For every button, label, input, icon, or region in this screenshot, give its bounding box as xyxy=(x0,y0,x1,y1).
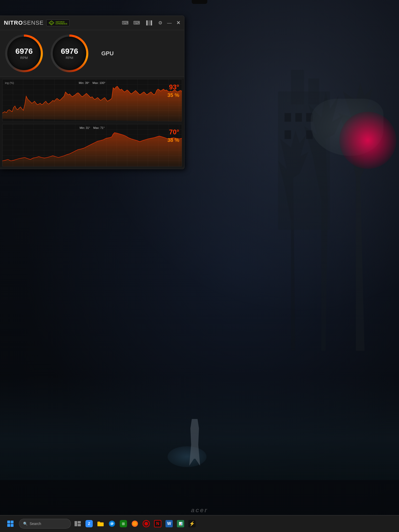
gamepad-icon[interactable]: ⌨ xyxy=(122,20,129,26)
wallpaper: NITRO SENSE NV GEFORCE EXPERIENCE xyxy=(0,0,399,532)
zoom-icon[interactable]: Z xyxy=(84,519,94,528)
app-title: NITRO SENSE xyxy=(4,19,44,26)
excel-logo: 📊 xyxy=(177,520,184,527)
file-explorer-icon[interactable] xyxy=(96,519,105,528)
redcircle-icon[interactable] xyxy=(142,519,151,528)
nitrosense-logo: N xyxy=(154,520,161,527)
chart-bottom-pct: 38 % xyxy=(167,137,179,143)
svg-rect-14 xyxy=(78,521,81,523)
chart-bottom-minmax: Min: 31° Max: 71° xyxy=(79,126,104,129)
svg-rect-3 xyxy=(284,113,291,122)
nitrosense-taskbar-icon[interactable]: N xyxy=(153,519,162,528)
svg-rect-11 xyxy=(7,524,10,527)
fan1-value: 6976 xyxy=(15,47,33,55)
svg-rect-1 xyxy=(291,70,304,104)
search-text: Search xyxy=(30,522,41,526)
chart-bottom: Min: 31° Max: 71° 70° 38 % xyxy=(2,124,182,167)
redcircle-inner xyxy=(144,522,148,526)
fan1-unit: RPM xyxy=(20,56,28,60)
edge-svg xyxy=(108,520,116,527)
fan1-gauge: 6976 RPM xyxy=(5,35,43,72)
audio-icon[interactable]: ▐║▌ xyxy=(145,21,154,25)
redcircle-logo xyxy=(143,520,150,527)
close-button[interactable]: ✕ xyxy=(176,20,180,26)
svg-text:NV: NV xyxy=(50,22,52,24)
nitro-label: NITRO xyxy=(4,19,23,26)
chart-bottom-temp: 70° xyxy=(169,128,179,136)
game-logo: ⚡ xyxy=(188,520,196,527)
camera-notch xyxy=(192,0,207,4)
chart-top-label: ing (%) xyxy=(5,81,14,84)
chart-top: ing (%) Min: 39° Max: 100° 93° 35 % xyxy=(2,79,182,122)
geforce-text: GEFORCE EXPERIENCE xyxy=(56,21,67,25)
edge-icon[interactable] xyxy=(107,519,117,528)
pink-circle xyxy=(339,112,396,169)
search-bar[interactable]: 🔍 Search xyxy=(19,519,71,529)
fan2-inner: 6976 RPM xyxy=(53,37,86,70)
folder-svg xyxy=(97,521,104,527)
fan1-gauge-container: 6976 RPM xyxy=(5,35,43,72)
word-logo: W xyxy=(165,520,173,527)
svg-rect-4 xyxy=(295,113,302,122)
game-icon[interactable]: ⚡ xyxy=(187,519,197,528)
word-icon[interactable]: W xyxy=(164,519,174,528)
nvidia-icon: NV xyxy=(49,21,54,25)
fan-section: 6976 RPM 6976 RPM GPU xyxy=(0,30,184,77)
gamestore-icon[interactable]: ⊞ xyxy=(119,519,128,528)
taskview-svg xyxy=(74,520,81,527)
sense-label: SENSE xyxy=(23,19,44,26)
fan2-gauge-container: 6976 RPM xyxy=(51,35,88,72)
taskview-icon[interactable] xyxy=(73,519,82,528)
svg-rect-9 xyxy=(7,521,10,523)
firefox-icon[interactable] xyxy=(130,519,139,528)
fan2-unit: RPM xyxy=(66,56,73,60)
title-left: NITRO SENSE NV GEFORCE EXPERIENCE xyxy=(4,19,70,26)
fan2-value: 6976 xyxy=(61,47,78,55)
minimize-button[interactable]: — xyxy=(167,20,172,26)
charts-section: ing (%) Min: 39° Max: 100° 93° 35 % xyxy=(0,79,184,167)
start-button[interactable] xyxy=(5,518,16,529)
svg-rect-13 xyxy=(75,521,77,526)
light-reflection xyxy=(168,446,207,467)
chart-top-graph xyxy=(2,79,182,122)
chart-top-pct: 35 % xyxy=(167,92,179,98)
title-icons: ⌨ ⌨ ▐║▌ ⚙ — ✕ xyxy=(122,20,180,26)
search-icon: 🔍 xyxy=(23,522,28,526)
zoom-logo: Z xyxy=(85,520,93,527)
settings-icon[interactable]: ⚙ xyxy=(158,20,162,26)
chart-top-temp: 93° xyxy=(169,83,179,91)
nitrosense-window: NITRO SENSE NV GEFORCE EXPERIENCE xyxy=(0,16,184,169)
svg-rect-15 xyxy=(78,524,81,526)
taskbar: 🔍 Search Z xyxy=(0,515,399,532)
title-bar: NITRO SENSE NV GEFORCE EXPERIENCE xyxy=(0,16,184,30)
gamestore-logo: ⊞ xyxy=(120,520,127,527)
svg-rect-2 xyxy=(308,78,319,104)
fan1-inner: 6976 RPM xyxy=(7,37,41,70)
keyboard-icon[interactable]: ⌨ xyxy=(133,20,140,26)
firefox-svg xyxy=(131,520,138,527)
svg-rect-12 xyxy=(11,524,14,527)
svg-rect-10 xyxy=(11,521,14,523)
chart-top-minmax: Min: 39° Max: 100° xyxy=(79,81,105,84)
chart-bottom-graph xyxy=(2,124,182,167)
excel-icon[interactable]: 📊 xyxy=(176,519,185,528)
gpu-label: GPU xyxy=(101,50,114,57)
windows-icon xyxy=(7,520,14,527)
fan2-gauge: 6976 RPM xyxy=(51,35,88,72)
svg-rect-6 xyxy=(284,130,291,139)
geforce-badge[interactable]: NV GEFORCE EXPERIENCE xyxy=(46,19,70,26)
acer-logo: acer xyxy=(191,507,208,514)
